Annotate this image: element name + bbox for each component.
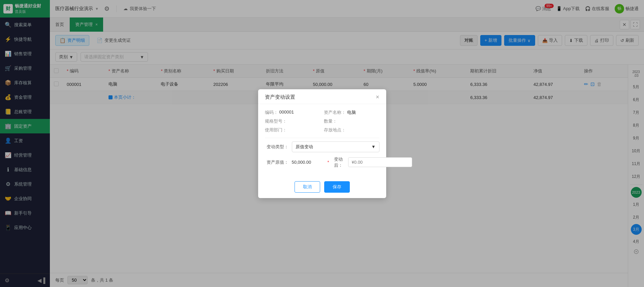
dialog-change-type-row: 变动类型： 原值变动 ▼ <box>265 141 379 152</box>
save-button[interactable]: 保存 <box>324 181 350 193</box>
dialog-title: 资产变动设置 <box>265 94 295 100</box>
dialog-asset-value: 50,000.00 <box>292 160 319 165</box>
dialog-close-icon[interactable]: × <box>376 94 379 100</box>
dialog-asset-value-row: 资产原值： 50,000.00 * 变动后： <box>265 156 379 168</box>
dialog-department-item: 使用部门： <box>265 127 320 133</box>
dialog-code-label: 编码： <box>265 109 278 116</box>
change-type-arrow: ▼ <box>371 144 376 149</box>
change-type-select[interactable]: 原值变动 ▼ <box>292 141 379 152</box>
dialog-spec-item: 规格型号： <box>265 118 320 124</box>
dialog-change-type-label: 变动类型： <box>265 144 288 150</box>
dialog-department-label: 使用部门： <box>265 127 287 133</box>
dialog-after-change-label: 变动后： <box>334 156 343 168</box>
dialog-body: 编码： 000001 资产名称： 电脑 规格型号： 数量： 使用部门： <box>258 104 386 178</box>
after-change-input[interactable] <box>348 157 412 167</box>
dialog-header: 资产变动设置 × <box>258 89 386 104</box>
dialog-info-section: 编码： 000001 资产名称： 电脑 规格型号： 数量： 使用部门： <box>265 109 379 133</box>
dialog-spec-label: 规格型号： <box>265 118 287 124</box>
dialog-footer: 取消 保存 <box>258 178 386 198</box>
cancel-button[interactable]: 取消 <box>295 181 320 193</box>
dialog-asset-name-value: 电脑 <box>347 109 356 116</box>
change-type-value: 原值变动 <box>296 144 313 150</box>
dialog-location-label: 存放地点： <box>324 127 346 133</box>
dialog-divider <box>265 138 379 138</box>
dialog-quantity-label: 数量： <box>324 118 337 124</box>
dialog-asset-value-label: 资产原值： <box>265 159 288 165</box>
dialog-asset-name-label: 资产名称： <box>324 109 346 116</box>
dialog-code-value: 000001 <box>279 109 294 116</box>
after-change-required: * <box>328 160 329 165</box>
dialog-code-item: 编码： 000001 <box>265 109 320 116</box>
dialog-overlay: 资产变动设置 × 编码： 000001 资产名称： 电脑 规格型号： 数量： <box>0 0 644 287</box>
dialog-quantity-item: 数量： <box>324 118 379 124</box>
dialog-location-item: 存放地点： <box>324 127 379 133</box>
asset-change-dialog: 资产变动设置 × 编码： 000001 资产名称： 电脑 规格型号： 数量： <box>258 89 386 198</box>
dialog-asset-name-item: 资产名称： 电脑 <box>324 109 379 116</box>
